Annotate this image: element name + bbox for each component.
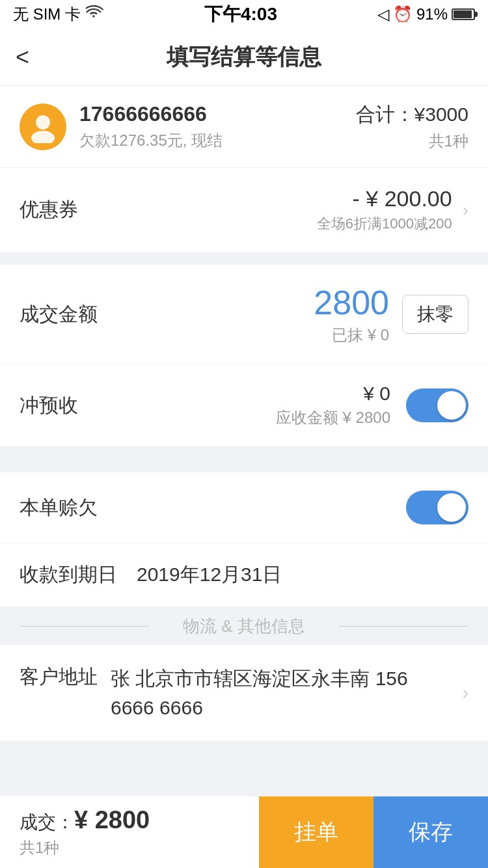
back-icon: < [16,44,29,70]
nav-bar: < 填写结算等信息 [0,29,488,86]
due-date-value: 2019年12月31日 [137,562,282,588]
debt-toggle[interactable] [406,491,468,524]
address-right: 张 北京市市辖区海淀区永丰南 156 6666 6666 › [111,664,468,722]
address-value: 张 北京市市辖区海淀区永丰南 156 6666 6666 [111,664,452,722]
round-button[interactable]: 抹零 [402,295,468,334]
debt-label: 本单赊欠 [20,495,98,521]
bottom-deal-amount: ¥ 2800 [74,806,150,834]
bottom-bar: 成交：¥ 2800 共1种 挂单 保存 [0,796,488,868]
precharge-right-group: ¥ 0 应收金额 ¥ 2800 [276,383,468,428]
svg-point-0 [36,115,50,129]
save-button[interactable]: 保存 [373,796,488,868]
sim-status: 无 SIM 卡 [13,4,81,25]
coupon-desc: 全场6折满1000减200 [317,214,452,234]
precharge-label: 冲预收 [20,392,78,419]
avatar [20,103,66,150]
main-content: 17666666666 欠款1276.35元, 现结 合计：¥3000 共1种 … [0,86,488,868]
precharge-amount: ¥ 0 [276,383,390,405]
address-row[interactable]: 客户地址 张 北京市市辖区海淀区永丰南 156 6666 6666 › [0,645,488,740]
address-section[interactable]: 客户地址 张 北京市市辖区海淀区永丰南 156 6666 6666 › [0,645,488,740]
customer-info: 17666666666 欠款1276.35元, 现结 [79,102,223,151]
customer-left: 17666666666 欠款1276.35元, 现结 [20,102,223,151]
coupon-label: 优惠券 [20,197,78,223]
status-left: 无 SIM 卡 [13,4,104,25]
customer-phone: 17666666666 [79,102,223,126]
due-date-label: 收款到期日 [20,562,117,588]
svg-point-1 [31,131,55,143]
total-count: 共1种 [356,131,468,152]
deal-amount-label: 成交金额 [20,301,98,328]
customer-card: 17666666666 欠款1276.35元, 现结 合计：¥3000 共1种 [0,86,488,167]
page-title: 填写结算等信息 [167,42,321,72]
clock-icon: ⏰ [393,5,413,23]
back-button[interactable]: < [16,44,29,71]
bottom-deal: 成交：¥ 2800 [20,806,239,835]
section-divider-2 [0,446,488,459]
section-divider-1 [0,252,488,265]
total-amount: 合计：¥3000 [356,102,468,128]
battery-pct: 91% [416,5,448,23]
deal-amount-value: 2800 [314,283,389,322]
due-date-row: 收款到期日 2019年12月31日 [0,543,488,606]
location-icon: ◁ [377,5,389,23]
debt-row: 本单赊欠 [0,472,488,543]
wifi-icon [86,5,104,23]
battery-icon [452,8,475,20]
deal-amount-right: 2800 已抹 ¥ 0 抹零 [314,283,468,346]
status-right: ◁ ⏰ 91% [377,5,475,23]
customer-right: 合计：¥3000 共1种 [356,102,468,152]
customer-desc: 欠款1276.35元, 现结 [79,130,223,151]
precharge-info: ¥ 0 应收金额 ¥ 2800 [276,383,390,428]
hang-button[interactable]: 挂单 [259,796,373,868]
form-section-1: 成交金额 2800 已抹 ¥ 0 抹零 冲预收 ¥ 0 应收金额 ¥ 2800 [0,265,488,446]
precharge-toggle[interactable] [406,388,468,422]
bottom-summary: 成交：¥ 2800 共1种 [0,806,259,858]
deal-amount-col: 2800 已抹 ¥ 0 [314,283,389,346]
bottom-count: 共1种 [20,837,239,858]
status-bar: 无 SIM 卡 下午4:03 ◁ ⏰ 91% [0,0,488,29]
coupon-amount: - ¥ 200.00 [317,186,452,211]
coupon-info: - ¥ 200.00 全场6折满1000减200 [317,186,452,234]
coupon-row[interactable]: 优惠券 - ¥ 200.00 全场6折满1000减200 › [0,168,488,252]
coupon-right: - ¥ 200.00 全场6折满1000减200 › [317,186,468,234]
chevron-right-icon: › [463,200,468,221]
precharge-row: 冲预收 ¥ 0 应收金额 ¥ 2800 [0,364,488,446]
deal-amount-sub: 已抹 ¥ 0 [314,325,389,346]
deal-amount-row: 成交金额 2800 已抹 ¥ 0 抹零 [0,265,488,364]
toggle-knob [437,391,466,420]
precharge-sub: 应收金额 ¥ 2800 [276,407,390,428]
address-label: 客户地址 [20,664,98,690]
form-section-2: 本单赊欠 收款到期日 2019年12月31日 [0,472,488,606]
logistics-label: 物流 & 其他信息 [170,615,318,638]
debt-toggle-knob [437,493,466,522]
status-time: 下午4:03 [204,2,277,27]
bottom-deal-label: 成交： [20,812,74,832]
logistics-divider: 物流 & 其他信息 [0,606,488,645]
address-chevron-icon: › [463,683,468,703]
